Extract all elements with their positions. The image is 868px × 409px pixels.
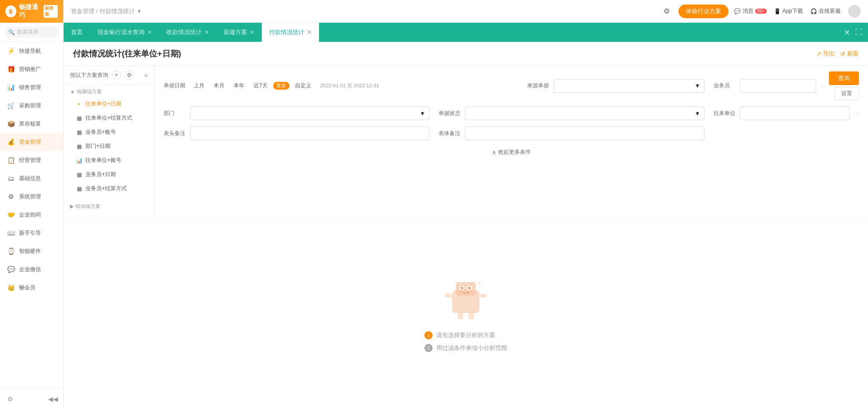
- related-unit-input[interactable]: [740, 106, 850, 120]
- tab-close-new-scheme[interactable]: ✕: [250, 29, 254, 35]
- tab-close-payment[interactable]: ✕: [307, 29, 312, 35]
- scheme-item-salesman-account[interactable]: ▦ 业务员+账号: [64, 125, 154, 139]
- customer-service-btn[interactable]: 🎧 在线客服: [810, 7, 841, 15]
- sidebar-item-operations[interactable]: 📋 经营管理: [0, 151, 63, 169]
- collapse-sidebar-btn[interactable]: ◀◀: [47, 393, 60, 405]
- sidebar-item-inventory[interactable]: 📦 库存核算: [0, 115, 63, 133]
- collapse-label: 收起更多条件: [498, 148, 531, 156]
- sidebar-label: 基础信息: [19, 175, 41, 182]
- sidebar-item-guide[interactable]: 📖 新手引导: [0, 224, 63, 242]
- collapse-conditions-btn[interactable]: ∧ 收起更多条件: [492, 148, 531, 156]
- tab-bank-flow[interactable]: 现金银行流水查询 ✕: [90, 23, 159, 42]
- tab-close-receipt[interactable]: ✕: [205, 29, 209, 35]
- weixin-icon: 💬: [6, 265, 15, 274]
- trial-industry-btn[interactable]: 体验行业方案: [678, 5, 728, 18]
- messages-badge: 99+: [755, 9, 767, 14]
- tip-text-2: 用过滤条件来缩小分析范围: [436, 344, 507, 352]
- scheme-item-salesman-settlement[interactable]: ▦ 业务员+结算方式: [64, 182, 154, 196]
- scheme-add-btn[interactable]: +: [112, 71, 121, 80]
- sidebar-item-basic-info[interactable]: 🗂 基础信息: [0, 169, 63, 187]
- scheme-item-dept-date[interactable]: ▦ 部门+日期: [64, 139, 154, 153]
- scheme-panel-header: 按以下方案查询 + ⚙ «: [64, 66, 154, 85]
- scheme-icon: ▦: [75, 171, 83, 178]
- marketing-icon: 🎁: [6, 65, 15, 74]
- sidebar-item-member[interactable]: 👑 畅会员: [0, 278, 63, 297]
- body-note-group: 表体备注: [439, 126, 704, 140]
- tab-home[interactable]: 首页: [64, 23, 90, 42]
- body-note-input[interactable]: [465, 126, 704, 140]
- setting-btn[interactable]: 设置: [834, 87, 859, 100]
- doc-status-arrow: ▼: [694, 110, 700, 117]
- search-placeholder: 搜索菜单: [17, 28, 39, 36]
- message-icon: 💬: [734, 8, 741, 15]
- page-header-actions: ↗ 导出 ↺ 刷新: [816, 50, 859, 58]
- sidebar-item-weixin[interactable]: 💬 企业微信: [0, 260, 63, 278]
- purchase-icon: 🛒: [6, 101, 15, 110]
- search-menu-btn[interactable]: 🔍 搜索菜单: [5, 26, 59, 38]
- sidebar-item-sales[interactable]: 📊 销售管理: [0, 78, 63, 96]
- tab-receipt-stats[interactable]: 收款情况统计 ✕: [159, 23, 216, 42]
- hardware-icon: ⌚: [6, 247, 15, 256]
- scheme-item-unit-account[interactable]: 📊 往来单位+账号: [64, 153, 154, 167]
- settings-footer-btn[interactable]: ⚙: [4, 393, 16, 405]
- sidebar-item-hardware[interactable]: ⌚ 智能硬件: [0, 242, 63, 260]
- breadcrumb-text: 资金管理 / 付款情况统计: [71, 7, 135, 15]
- page-content: 付款情况统计(往来单位+日期) ↗ 导出 ↺ 刷新 按以下方案查询 +: [64, 42, 868, 409]
- topbar-settings-btn[interactable]: ⚙: [660, 5, 673, 18]
- doc-status-select[interactable]: ▼: [465, 106, 704, 120]
- scheme-mobile-group[interactable]: ▶ 移动端方案: [64, 199, 154, 212]
- messages-btn[interactable]: 💬 消息 99+: [734, 7, 767, 15]
- collapse-icon: ∧: [492, 149, 496, 156]
- date-custom[interactable]: 自定义: [291, 81, 315, 91]
- dept-label: 部门: [164, 110, 186, 117]
- sidebar-item-finance[interactable]: 💰 资金管理: [0, 133, 63, 151]
- tab-close-all-btn[interactable]: ✕: [842, 27, 852, 38]
- scheme-item-label: 业务员+账号: [85, 128, 116, 136]
- breadcrumb-dropdown-icon[interactable]: ▾: [138, 8, 141, 15]
- date-range-text: 2022-01-01 至 2022-12-31: [320, 82, 379, 89]
- date-last-month[interactable]: 上月: [190, 81, 208, 91]
- date-more[interactable]: 更多: [273, 82, 289, 90]
- dept-arrow: ▼: [419, 110, 425, 117]
- sidebar-item-quick-nav[interactable]: ⚡ 快捷导航: [0, 42, 63, 60]
- scheme-item-unit-date[interactable]: ● 往来单位+日期: [64, 97, 154, 111]
- scheme-item-unit-settlement[interactable]: ▦ 往来单位+结算方式: [64, 111, 154, 125]
- sidebar-item-purchase[interactable]: 🛒 采购管理: [0, 96, 63, 115]
- query-btn[interactable]: 查询: [829, 71, 859, 85]
- sidebar-item-marketing[interactable]: 🎁 营销推广: [0, 60, 63, 78]
- related-unit-dots[interactable]: ···: [853, 110, 859, 117]
- tab-payment-stats[interactable]: 付款情况统计 ✕: [262, 23, 319, 42]
- tab-label: 付款情况统计: [269, 28, 304, 36]
- sidebar-item-cooperation[interactable]: 🤝 企业协同: [0, 206, 63, 224]
- dept-select[interactable]: ▼: [190, 106, 429, 120]
- cooperation-icon: 🤝: [6, 210, 15, 219]
- date-this-year[interactable]: 本年: [230, 81, 248, 91]
- tab-expand-btn[interactable]: ⛶: [853, 27, 864, 37]
- sidebar-item-system[interactable]: ⚙ 系统管理: [0, 187, 63, 206]
- refresh-btn[interactable]: ↺ 刷新: [840, 50, 859, 58]
- app-download-btn[interactable]: 📱 App下载: [774, 7, 803, 15]
- scheme-item-salesman-date[interactable]: ▦ 业务员+日期: [64, 167, 154, 182]
- date-this-month[interactable]: 本月: [210, 81, 228, 91]
- export-btn[interactable]: ↗ 导出: [816, 50, 835, 58]
- scheme-setting-btn[interactable]: ⚙: [125, 71, 134, 80]
- filter-row-2: 部门 ▼ 单据状态 ▼ 往来单位: [164, 106, 859, 120]
- scheme-active-icon: ●: [75, 101, 83, 108]
- scheme-icon: ▦: [75, 115, 83, 122]
- header-note-input[interactable]: [190, 126, 429, 140]
- tab-new-scheme[interactable]: 新建方案 ✕: [216, 23, 262, 42]
- source-doc-select[interactable]: ▼: [554, 79, 704, 93]
- salesman-dots[interactable]: ···: [820, 82, 825, 90]
- header-note-label: 表头备注: [164, 130, 186, 137]
- user-avatar[interactable]: [848, 5, 861, 18]
- scheme-desktop-group[interactable]: ▼ 电脑端方案: [64, 85, 154, 97]
- app-name: 畅捷通巧: [19, 3, 42, 20]
- svg-rect-7: [479, 294, 487, 298]
- date-last-7[interactable]: 近7天: [250, 81, 271, 91]
- scheme-panel-collapse-btn[interactable]: «: [144, 71, 148, 79]
- tab-close-bank-flow[interactable]: ✕: [147, 29, 152, 35]
- tab-label: 新建方案: [224, 28, 247, 36]
- related-unit-label: 往来单位: [713, 110, 736, 117]
- salesman-input[interactable]: [740, 79, 816, 93]
- date-filter-group: 单据日期 上月 本月 本年 近7天 更多 自定义 2022-01-01 至 20…: [164, 81, 518, 91]
